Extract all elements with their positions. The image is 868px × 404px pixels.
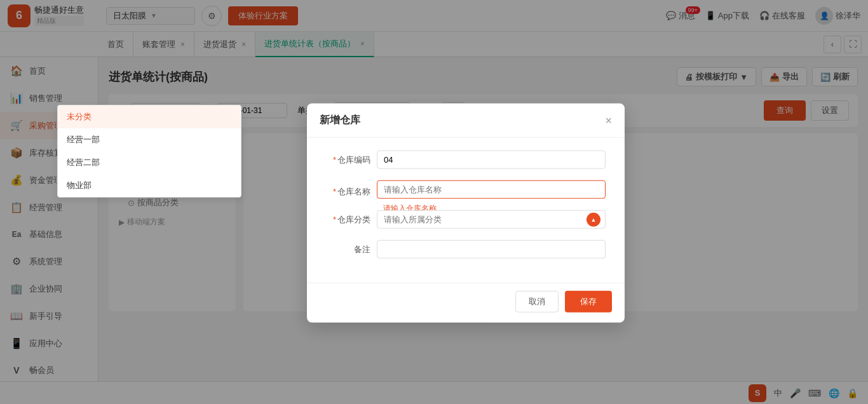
modal-close-button[interactable]: ×	[605, 114, 612, 126]
dropdown-option-uncategorized[interactable]: 未分类	[58, 105, 241, 128]
name-label: 仓库名称	[326, 182, 377, 197]
dropdown-option-dept2[interactable]: 经营二部	[58, 151, 241, 174]
category-label: 仓库分类	[326, 210, 377, 226]
add-warehouse-modal: 新增仓库 × 仓库编码 仓库名称 请输入仓库名称 仓库分类 备注	[307, 104, 625, 323]
code-form-row: 仓库编码	[326, 151, 606, 169]
warehouse-code-input[interactable]	[377, 151, 606, 169]
notes-form-row: 备注	[326, 240, 606, 259]
save-button[interactable]: 保存	[565, 291, 612, 313]
name-form-row: 仓库名称 请输入仓库名称	[326, 180, 606, 199]
category-dropdown: 未分类 经营一部 经营二部 物业部	[57, 105, 241, 198]
modal-body: 仓库编码 仓库名称 请输入仓库名称 仓库分类 备注	[307, 138, 625, 283]
dropdown-option-property[interactable]: 物业部	[58, 174, 241, 197]
notes-input[interactable]	[377, 240, 606, 259]
modal-title: 新增仓库	[320, 114, 360, 127]
category-form-row: 仓库分类	[326, 210, 606, 229]
modal-header: 新增仓库 ×	[307, 104, 625, 138]
modal-footer: 取消 保存	[307, 283, 625, 323]
category-input[interactable]	[377, 210, 606, 229]
warehouse-name-input[interactable]	[377, 180, 606, 199]
cancel-button[interactable]: 取消	[515, 291, 559, 313]
category-select-wrapper	[377, 210, 606, 229]
category-arrow-icon[interactable]	[587, 212, 600, 226]
dropdown-option-dept1[interactable]: 经营一部	[58, 128, 241, 151]
code-label: 仓库编码	[326, 151, 377, 166]
notes-label: 备注	[326, 240, 377, 255]
